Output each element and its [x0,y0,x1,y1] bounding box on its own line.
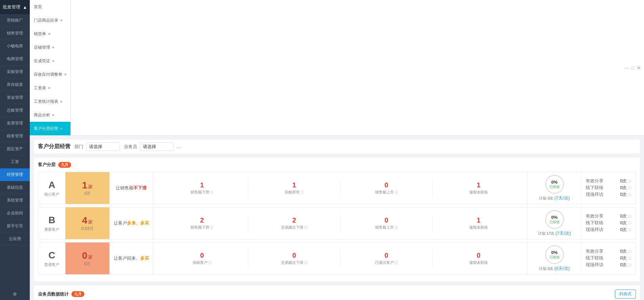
sidebar-item-经营管理[interactable]: 经营管理 [0,168,30,181]
sidebar-item-工资[interactable]: 工资 [0,156,30,168]
restore-icon[interactable]: □ [631,65,634,70]
tier-action-C: 让客户回来、多买 [109,243,153,274]
tier-label-B: B重要客户 [38,207,65,239]
stat-销售额下滑: 1 销售额下滑 ⓘ [156,179,248,198]
side-stat-线下联络: 线下联络0次 ⓘ [586,255,631,261]
tab-actions: — □ ✕ [621,65,644,70]
main-area: 首页门店商品目录×销货单×店铺管理×生成凭证×应收应付调整单×工资表×工资统计报… [30,0,644,300]
biz-stats-header: 业务员数据统计 九月 列表式 [38,290,636,299]
page-title: 客户分层经营 [38,143,70,150]
side-stat-线下联络: 线下联络0次 ⓘ [586,220,631,226]
stat-销售额下滑: 2 销售额下滑 ⓘ [156,214,248,233]
tab-close-icon-客户分层经营[interactable]: × [60,126,62,131]
stat-销售额上升: 0 销售额上升 ⓘ [341,179,433,198]
tier-contact-A: 0% 已联络 计划 4次 (7天/次) [527,172,581,204]
list-view-button[interactable]: 列表式 [615,290,636,299]
tab-close-icon-工资表[interactable]: × [48,86,50,90]
tier-stats-B: 2 销售额下滑 ⓘ 2 交易频次下滑 ⓘ 0 销售额上升 ⓘ 1 逾期未联络 [153,207,527,239]
tab-bar: 首页门店商品目录×销货单×店铺管理×生成凭证×应收应付调整单×工资表×工资统计报… [30,0,644,136]
close-window-icon[interactable]: ✕ [637,65,641,70]
sidebar-item-企业协同[interactable]: 企业协同 [0,207,30,220]
tier-row-A: A核心客户 1 家 0万 让销售额不下滑 1 销售额下滑 ⓘ 1 回购异常 ⓘ … [38,172,636,204]
sidebar-collapse-icon[interactable]: ▲ [23,5,27,10]
tier-action-A: 让销售额不下滑 [109,172,153,204]
sidebar-item-基础信息[interactable]: 基础信息 [0,181,30,194]
stat-回购异常: 1 回购异常 ⓘ [248,179,340,198]
tab-应收应付调整单[interactable]: 应收应付调整单× [30,68,71,81]
side-stat-现场拜访: 现场拜访0次 ⓘ [586,227,631,233]
tab-close-icon-工资统计报表[interactable]: × [60,99,62,103]
tab-close-icon-销货单[interactable]: × [48,32,50,36]
tier-side-stats-A: 有效分享0次 ⓘ线下联络0次 ⓘ现场拜访0次 ⓘ [581,172,636,204]
tab-客户分层经营[interactable]: 客户分层经营× [30,122,71,135]
biz-month-badge: 九月 [71,291,84,297]
tab-工资表[interactable]: 工资表× [30,81,71,95]
tab-销货单[interactable]: 销货单× [30,27,71,41]
minimize-icon[interactable]: — [624,65,629,70]
content-area: 客户分层经营 部门 请选择 业务员 请选择 … 客户分层 九月 A核心客户 [30,136,644,300]
stat-逾期未联络: 1 逾期未联络 [433,179,524,198]
stat-逾期未联络: 0 逾期未联络 [433,249,524,268]
tab-close-icon-商品分析[interactable]: × [52,113,54,117]
dept-select[interactable]: 请选择 [86,142,120,151]
stat-逾期未联络: 1 逾期未联络 [433,214,524,233]
tab-店铺管理[interactable]: 店铺管理× [30,41,71,54]
side-stat-有效分享: 有效分享0次 ⓘ [586,213,631,219]
sidebar-item-云应用[interactable]: 云应用 [0,233,30,246]
stat-休眠客户: 0 休眠客户 ⓘ [156,249,248,268]
dept-label: 部门 [74,144,83,150]
month-badge: 九月 [58,162,71,168]
tier-row-B: B重要客户 4 家 0.53万 让客户多来、多买 2 销售额下滑 ⓘ 2 交易频… [38,207,636,239]
sidebar-item-采购管理[interactable]: 采购管理 [0,66,30,78]
tab-close-icon-门店商品目录[interactable]: × [60,18,62,22]
sidebar-item-发票管理[interactable]: 发票管理 [0,117,30,130]
more-filters-icon[interactable]: … [176,144,181,149]
tab-close-icon-生成凭证[interactable]: × [52,59,54,63]
sidebar-item-系统管理[interactable]: 系统管理 [0,194,30,207]
tier-stats-A: 1 销售额下滑 ⓘ 1 回购异常 ⓘ 0 销售额上升 ⓘ 1 逾期未联络 [153,172,527,204]
sidebar-title: 批发管理 [3,4,20,10]
tab-close-icon-店铺管理[interactable]: × [52,45,54,49]
side-stat-现场拜访: 现场拜访0次 ⓘ [586,191,631,198]
sidebar-item-税务管理[interactable]: 税务管理 [0,130,30,143]
tier-side-stats-B: 有效分享0次 ⓘ线下联络0次 ⓘ现场拜访0次 ⓘ [581,207,636,239]
biz-stats-title: 业务员数据统计 九月 [38,291,84,297]
tier-label-C: C普通客户 [38,243,65,274]
settings-icon: ⚙ [13,292,17,297]
tier-contact-C: 0% 已联络 计划 0次 (0天/次) [527,243,581,274]
side-stat-线下联络: 线下联络0次 ⓘ [586,185,631,191]
tier-count-C: 0 家 0万 [65,243,109,274]
side-stat-有效分享: 有效分享0次 ⓘ [586,178,631,184]
dept-filter: 部门 请选择 [74,142,120,151]
stat-交易频次下滑: 0 交易频次下滑 ⓘ [248,249,340,268]
sidebar-item-营销推广[interactable]: 营销推广 [0,14,30,27]
sidebar-item-新手引导[interactable]: 新手引导 [0,220,30,233]
page-header: 客户分层经营 部门 请选择 业务员 请选择 … [34,140,640,154]
tier-stats-C: 0 休眠客户 ⓘ 0 交易频次下滑 ⓘ 0 已激活客户 ⓘ 0 逾期未联络 [153,243,527,274]
tier-count-A: 1 家 0万 [65,172,109,204]
sidebar-item-库存核算[interactable]: 库存核算 [0,78,30,91]
tab-close-icon-应收应付调整单[interactable]: × [64,72,66,76]
tier-contact-B: 0% 已联络 计划 17次 (7天/次) [527,207,581,239]
sidebar-footer-settings[interactable]: ⚙ [0,288,30,300]
tab-门店商品目录[interactable]: 门店商品目录× [30,14,71,27]
tab-首页[interactable]: 首页 [30,0,71,14]
tab-商品分析[interactable]: 商品分析× [30,108,71,122]
sidebar-item-小畅电商[interactable]: 小畅电商 [0,40,30,53]
sidebar-item-固定资产[interactable]: 固定资产 [0,143,30,156]
sidebar: 批发管理 ▲ 营销推广销售管理小畅电商电商管理采购管理库存核算资金管理总账管理发… [0,0,30,300]
tier-row-C: C普通客户 0 家 0万 让客户回来、多买 0 休眠客户 ⓘ 0 交易频次下滑 … [38,242,636,275]
sidebar-item-总账管理[interactable]: 总账管理 [0,104,30,117]
sidebar-item-资金管理[interactable]: 资金管理 [0,91,30,104]
side-stat-有效分享: 有效分享0次 ⓘ [586,248,631,254]
tab-生成凭证[interactable]: 生成凭证× [30,54,71,68]
sidebar-item-电商管理[interactable]: 电商管理 [0,53,30,66]
stat-已激活客户: 0 已激活客户 ⓘ [341,249,433,268]
sidebar-item-销售管理[interactable]: 销售管理 [0,27,30,40]
tab-工资统计报表[interactable]: 工资统计报表× [30,95,71,108]
stat-交易频次下滑: 2 交易频次下滑 ⓘ [248,214,340,233]
salesperson-select[interactable]: 请选择 [140,142,174,151]
salesperson-filter: 业务员 请选择 … [124,142,181,151]
customer-tier-title: 客户分层 九月 [38,162,636,168]
biz-stats-section: 业务员数据统计 九月 列表式 🥇 徐泽华分管客户 0家已跟进 1家(0%)逾期未… [34,285,640,300]
